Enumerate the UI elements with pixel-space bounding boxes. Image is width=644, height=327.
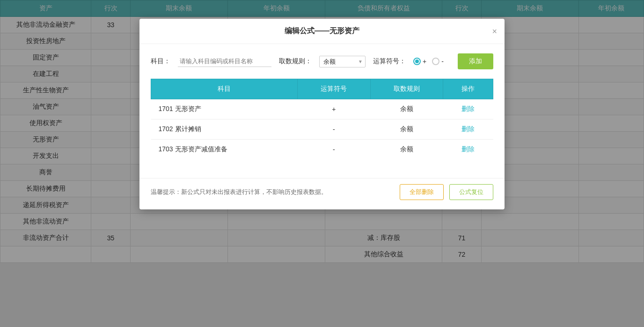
cell-formula-action: 删除 bbox=[443, 99, 493, 119]
cell-formula-operator: - bbox=[298, 140, 371, 160]
cell-formula-subject: 1703 无形资产减值准备 bbox=[151, 140, 298, 160]
radio-minus-label: - bbox=[441, 58, 444, 65]
edit-formula-modal: 编辑公式——无形资产 × 科目： 取数规则： 余额 借方 贷方 借方发生额 bbox=[139, 19, 505, 209]
cell-formula-operator: - bbox=[298, 119, 371, 140]
radio-circle-plus bbox=[413, 58, 421, 65]
footer-buttons: 全部删除 公式复位 bbox=[400, 184, 493, 200]
form-row: 科目： 取数规则： 余额 借方 贷方 借方发生额 贷方发生额 ▼ 运算符号 bbox=[151, 53, 493, 69]
modal-header: 编辑公式——无形资产 × bbox=[139, 19, 505, 44]
radio-plus[interactable]: + bbox=[413, 58, 426, 65]
modal-footer: 温馨提示：新公式只对未出报表进行计算，不影响历史报表数据。 全部删除 公式复位 bbox=[139, 178, 505, 209]
rule-label: 取数规则： bbox=[279, 57, 312, 66]
formula-row: 1702 累计摊销 - 余额 删除 bbox=[151, 119, 493, 140]
th-action: 操作 bbox=[443, 79, 493, 99]
radio-plus-label: + bbox=[423, 58, 426, 65]
subject-label: 科目： bbox=[151, 57, 170, 66]
delete-row-button[interactable]: 删除 bbox=[461, 145, 475, 154]
delete-row-button[interactable]: 删除 bbox=[461, 105, 475, 113]
cell-formula-rule: 余额 bbox=[370, 140, 443, 160]
formula-row: 1701 无形资产 + 余额 删除 bbox=[151, 99, 493, 119]
add-button[interactable]: 添加 bbox=[458, 53, 493, 69]
th-subject: 科目 bbox=[151, 79, 298, 99]
cell-formula-rule: 余额 bbox=[370, 99, 443, 119]
modal-close-button[interactable]: × bbox=[492, 27, 497, 36]
reset-formula-button[interactable]: 公式复位 bbox=[449, 184, 493, 200]
cell-formula-rule: 余额 bbox=[370, 119, 443, 140]
th-rule: 取数规则 bbox=[370, 79, 443, 99]
table-header-row: 科目 运算符号 取数规则 操作 bbox=[151, 79, 493, 99]
delete-all-button[interactable]: 全部删除 bbox=[400, 184, 444, 200]
cell-formula-action: 删除 bbox=[443, 140, 493, 160]
modal-body: 科目： 取数规则： 余额 借方 贷方 借方发生额 贷方发生额 ▼ 运算符号 bbox=[139, 44, 505, 178]
page-wrapper: 资产 行次 期末余额 年初余额 负债和所有者权益 行次 期末余额 年初余额 其他… bbox=[0, 0, 644, 327]
modal-title: 编辑公式——无形资产 bbox=[285, 27, 359, 35]
radio-minus[interactable]: - bbox=[432, 58, 444, 65]
footer-tip: 温馨提示：新公式只对未出报表进行计算，不影响历史报表数据。 bbox=[151, 188, 327, 196]
cell-formula-subject: 1702 累计摊销 bbox=[151, 119, 298, 140]
formula-table: 科目 运算符号 取数规则 操作 1701 无形资产 + 余额 删除 1702 累… bbox=[151, 79, 493, 159]
cell-formula-subject: 1701 无形资产 bbox=[151, 99, 298, 119]
delete-row-button[interactable]: 删除 bbox=[461, 125, 475, 134]
th-operator: 运算符号 bbox=[298, 79, 371, 99]
rule-select-wrap: 余额 借方 贷方 借方发生额 贷方发生额 ▼ bbox=[319, 56, 366, 67]
formula-row: 1703 无形资产减值准备 - 余额 删除 bbox=[151, 140, 493, 160]
subject-input[interactable] bbox=[178, 56, 271, 67]
rule-select[interactable]: 余额 借方 贷方 借方发生额 贷方发生额 bbox=[319, 56, 366, 67]
radio-circle-minus bbox=[432, 58, 439, 65]
operator-radio-group: + - bbox=[413, 58, 444, 65]
operator-label: 运算符号： bbox=[373, 57, 406, 66]
cell-formula-operator: + bbox=[298, 99, 371, 119]
modal-overlay: 编辑公式——无形资产 × 科目： 取数规则： 余额 借方 贷方 借方发生额 bbox=[0, 0, 644, 327]
cell-formula-action: 删除 bbox=[443, 119, 493, 140]
